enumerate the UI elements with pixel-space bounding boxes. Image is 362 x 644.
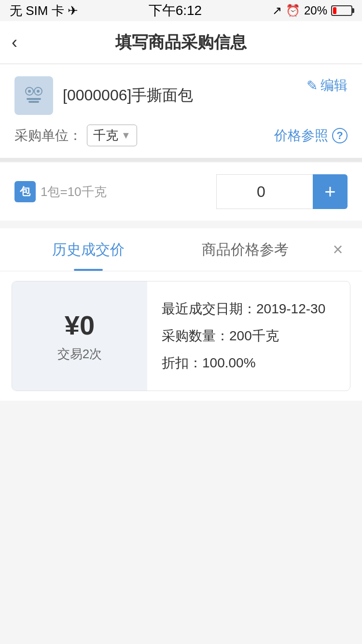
tab-product-price-ref-label: 商品价格参考 bbox=[202, 240, 289, 260]
product-section: [0000006]手撕面包 ✎ 编辑 采购单位： 千克 ▼ 价格参照 ? bbox=[0, 65, 362, 158]
help-icon: ? bbox=[332, 128, 348, 143]
svg-rect-5 bbox=[28, 101, 39, 103]
edit-label: 编辑 bbox=[320, 76, 348, 95]
battery-fill bbox=[333, 7, 336, 14]
quantity-section: 包 1包=10千克 + bbox=[0, 163, 362, 221]
dropdown-arrow-icon: ▼ bbox=[121, 130, 131, 141]
edit-icon: ✎ bbox=[306, 78, 318, 94]
date-label: 最近成交日期： bbox=[162, 301, 256, 316]
edit-button[interactable]: ✎ 编辑 bbox=[306, 76, 348, 95]
qty-label: 采购数量： bbox=[162, 328, 229, 343]
package-icon: 包 bbox=[14, 181, 36, 202]
transaction-discount-row: 折扣：100.00% bbox=[162, 353, 335, 373]
unit-select-dropdown[interactable]: 千克 ▼ bbox=[87, 125, 137, 146]
status-right: ↗ ⏰ 20% bbox=[272, 4, 352, 17]
product-thumbnail bbox=[14, 76, 53, 115]
tabs-header: 历史成交价 商品价格参考 × bbox=[0, 228, 362, 271]
transaction-card: ¥0 交易2次 最近成交日期：2019-12-30 采购数量：200千克 折扣：… bbox=[12, 281, 350, 391]
unit-value: 千克 bbox=[93, 127, 118, 144]
quantity-label: 包 1包=10千克 bbox=[14, 181, 107, 202]
alarm-icon: ⏰ bbox=[286, 4, 300, 17]
price-reference-button[interactable]: 价格参照 ? bbox=[274, 126, 348, 145]
quantity-controls: + bbox=[216, 174, 348, 209]
back-button[interactable]: ‹ bbox=[12, 32, 17, 53]
battery-tip bbox=[352, 8, 354, 13]
transaction-price: ¥0 bbox=[65, 309, 95, 341]
sim-signal-text: 无 SIM 卡 ✈ bbox=[10, 2, 78, 19]
product-meta: 采购单位： 千克 ▼ 价格参照 ? bbox=[14, 125, 348, 146]
unit-row: 采购单位： 千克 ▼ bbox=[14, 125, 137, 146]
unit-label: 采购单位： bbox=[14, 126, 82, 145]
tabs-close-button[interactable]: × bbox=[323, 228, 352, 271]
status-time: 下午6:12 bbox=[149, 1, 202, 20]
product-left: [0000006]手撕面包 bbox=[14, 76, 193, 115]
nav-bar: ‹ 填写商品采购信息 bbox=[0, 21, 362, 64]
location-icon: ↗ bbox=[272, 4, 282, 17]
svg-point-3 bbox=[37, 90, 40, 93]
status-left: 无 SIM 卡 ✈ bbox=[10, 2, 78, 19]
transaction-times: 交易2次 bbox=[57, 346, 102, 363]
quantity-input[interactable] bbox=[216, 174, 313, 209]
battery-icon bbox=[331, 5, 352, 16]
divider-1 bbox=[0, 158, 362, 162]
price-ref-label: 价格参照 bbox=[274, 126, 328, 145]
card-container: ¥0 交易2次 最近成交日期：2019-12-30 采购数量：200千克 折扣：… bbox=[0, 271, 362, 401]
qty-value: 200千克 bbox=[229, 328, 279, 343]
discount-value: 100.00% bbox=[202, 355, 256, 370]
tabs-section: 历史成交价 商品价格参考 × ¥0 交易2次 最近成交日期：2019-12-30… bbox=[0, 228, 362, 401]
product-name: [0000006]手撕面包 bbox=[63, 85, 193, 106]
date-value: 2019-12-30 bbox=[256, 301, 325, 316]
tab-active-indicator bbox=[74, 269, 103, 271]
conversion-text: 1包=10千克 bbox=[41, 183, 107, 200]
svg-point-1 bbox=[28, 90, 31, 93]
battery-percent: 20% bbox=[304, 4, 327, 17]
tab-product-price-ref[interactable]: 商品价格参考 bbox=[167, 228, 323, 271]
transaction-qty-row: 采购数量：200千克 bbox=[162, 326, 335, 346]
status-bar: 无 SIM 卡 ✈ 下午6:12 ↗ ⏰ 20% bbox=[0, 0, 362, 21]
tab-history-price-label: 历史成交价 bbox=[52, 240, 125, 260]
card-price-summary: ¥0 交易2次 bbox=[12, 281, 147, 391]
card-details: 最近成交日期：2019-12-30 采购数量：200千克 折扣：100.00% bbox=[147, 281, 350, 391]
tab-history-price[interactable]: 历史成交价 bbox=[10, 228, 167, 271]
quantity-plus-button[interactable]: + bbox=[313, 174, 348, 209]
discount-label: 折扣： bbox=[162, 355, 202, 370]
product-header: [0000006]手撕面包 ✎ 编辑 bbox=[14, 76, 348, 115]
page-title: 填写商品采购信息 bbox=[115, 31, 247, 54]
transaction-date-row: 最近成交日期：2019-12-30 bbox=[162, 299, 335, 319]
svg-rect-4 bbox=[27, 98, 41, 100]
